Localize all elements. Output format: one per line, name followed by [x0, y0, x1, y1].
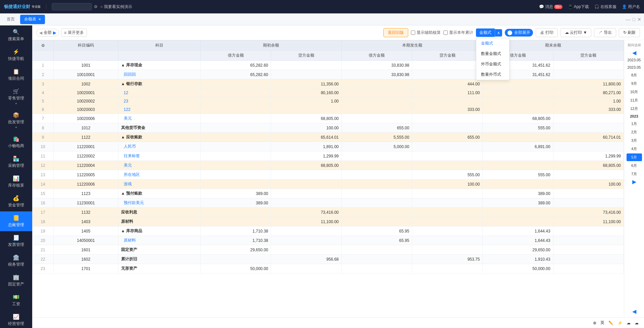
- sidebar-item-invoice[interactable]: 🧾 发票管理: [0, 231, 32, 251]
- cell-code: 10020001: [54, 89, 118, 97]
- expand-all-toggle[interactable]: 全部展开: [505, 29, 533, 37]
- sidebar-item-quicknav[interactable]: ⚡ 快捷导航: [0, 45, 32, 65]
- assist-checkbox-input[interactable]: [411, 30, 415, 35]
- message-btn[interactable]: 💬 消息 99+: [539, 4, 562, 10]
- sidebar-item-tax[interactable]: 🏛️ 税务管理: [0, 251, 32, 271]
- cell-ob-debit: [201, 208, 271, 217]
- sidebar-item-inventory[interactable]: 📊 库存核算: [0, 172, 32, 192]
- capital-icon: 💰: [13, 195, 19, 201]
- message-badge: 99+: [554, 5, 562, 9]
- show-annual-checkbox[interactable]: 显示本年累计: [443, 30, 473, 36]
- window-close-btn[interactable]: ✕: [637, 17, 641, 22]
- demo-link[interactable]: ○ 我要看实例演示: [100, 4, 132, 10]
- status-icon-2[interactable]: ✏️: [608, 321, 613, 325]
- window-maximize-btn[interactable]: □: [633, 17, 635, 22]
- col-settings[interactable]: ⚙: [33, 41, 54, 51]
- account-search-box[interactable]: ◀ 全部 ▶: [36, 29, 59, 37]
- expand-btn[interactable]: ≡ 展开更多: [61, 28, 87, 37]
- sidebar-item-purchase[interactable]: 🏪 采购管理: [0, 152, 32, 172]
- sidebar-item-salary[interactable]: 💵 工资: [0, 290, 32, 310]
- mode-arrow-icon: ∧: [497, 30, 500, 35]
- collapse-panel-btn[interactable]: ◀: [632, 309, 636, 314]
- period-2[interactable]: 2月: [627, 128, 642, 136]
- cell-eb-credit: [553, 189, 624, 198]
- tab-home[interactable]: 首页: [3, 15, 19, 24]
- sidebar-item-capital[interactable]: 💰 资金管理: [0, 192, 32, 211]
- sidebar-item-assets[interactable]: 🏢 固定资产: [0, 271, 32, 290]
- arrow-right-icon[interactable]: ▶: [53, 30, 56, 35]
- cell-no: 16: [33, 198, 54, 208]
- cell-ob-credit: [271, 170, 341, 180]
- period-4[interactable]: 4月: [627, 145, 642, 153]
- period-10[interactable]: 10月: [627, 88, 642, 96]
- period-nav-prev[interactable]: ◀: [632, 50, 636, 56]
- export-btn[interactable]: ↗ 导出: [594, 28, 616, 37]
- status-lang[interactable]: 英: [600, 320, 604, 326]
- mode-option-foreign-amount[interactable]: 外币金额式: [476, 59, 509, 69]
- period-8[interactable]: 8月: [627, 71, 642, 79]
- period-nav-next[interactable]: ▶: [632, 179, 636, 185]
- period-7[interactable]: 7月: [627, 170, 642, 178]
- mode-option-qty-foreign[interactable]: 数量外币式: [476, 69, 509, 80]
- sidebar-item-operations[interactable]: 📈 经营管理: [0, 310, 32, 328]
- top-search-input[interactable]: [52, 3, 92, 10]
- return-old-btn[interactable]: 退回旧版: [383, 28, 408, 37]
- sidebar-item-search[interactable]: 🔍 搜索菜单: [0, 25, 32, 45]
- settings-top-icon[interactable]: ⚙: [94, 4, 98, 9]
- quicknav-icon: ⚡: [13, 49, 19, 55]
- cell-cur-credit: [412, 123, 483, 133]
- period-2023-05-a[interactable]: 2023.05: [627, 57, 642, 63]
- period-2023-05-b[interactable]: 2023.05: [627, 64, 642, 71]
- sidebar-item-accounting[interactable]: 📒 总账管理: [0, 211, 32, 231]
- tab-balance[interactable]: 余额表 ✕: [20, 15, 45, 24]
- sidebar-item-retail[interactable]: 🛒 零售管理 ▼: [0, 85, 32, 109]
- col-name-header: 科目: [118, 41, 200, 51]
- show-assist-checkbox[interactable]: 显示辅助核算: [411, 30, 441, 36]
- cell-cur-credit: [412, 142, 483, 151]
- mode-arrow-btn[interactable]: ∧: [495, 29, 502, 37]
- sub-col-no: [33, 51, 54, 61]
- service-btn[interactable]: 🎧 在线客服: [594, 4, 616, 10]
- mode-dropdown-btn[interactable]: 金额式 ∧ 金额式 数量金额式 外币金额式: [476, 28, 502, 37]
- mode-option-qty-amount[interactable]: 数量金额式: [476, 49, 509, 59]
- cell-eb-debit: 1,910.43: [483, 255, 553, 264]
- period-3[interactable]: 3月: [627, 137, 642, 144]
- download-icon: 📱: [568, 4, 573, 9]
- cell-name: ▲ 银行存款: [118, 79, 200, 89]
- cell-code: 11220005: [54, 170, 118, 180]
- status-icon-4[interactable]: ☁: [627, 321, 631, 325]
- arrow-left-icon[interactable]: ◀: [39, 30, 42, 35]
- download-btn[interactable]: 📱 App下载: [568, 4, 589, 10]
- cell-no: 9: [33, 133, 54, 142]
- period-11[interactable]: 11月: [627, 96, 642, 104]
- status-icon-1[interactable]: ⊕: [593, 321, 596, 325]
- period-12[interactable]: 12月: [627, 105, 642, 113]
- print-btn[interactable]: 🖨 打印: [536, 28, 557, 37]
- mode-main-btn[interactable]: 金额式: [476, 28, 495, 37]
- cell-no: 20: [33, 236, 54, 245]
- period-9[interactable]: 9月: [627, 80, 642, 87]
- status-icon-3[interactable]: ⚡: [618, 321, 623, 325]
- period-6[interactable]: 6月: [627, 162, 642, 170]
- cell-ob-credit: 11,356.00: [271, 79, 341, 89]
- status-icon-5[interactable]: ☁: [635, 321, 639, 325]
- period-5[interactable]: 5月: [627, 153, 642, 161]
- sidebar-item-ecommerce[interactable]: 🛍️ 小畅电商: [0, 132, 32, 152]
- sidebar-item-project[interactable]: 📋 项目合同: [0, 65, 32, 85]
- window-minimize-btn[interactable]: —: [626, 17, 631, 22]
- sidebar-item-wholesale[interactable]: 📦 批发管理 ▼: [0, 109, 32, 132]
- service-icon: 🎧: [594, 4, 599, 9]
- table-settings-icon[interactable]: ⚙: [41, 43, 45, 48]
- cell-eb-debit: 555.00: [483, 123, 553, 133]
- tab-close-btn[interactable]: ✕: [38, 17, 41, 21]
- sidebar: 🔍 搜索菜单 ⚡ 快捷导航 📋 项目合同 🛒 零售管理 ▼ 📦 批发管理 ▼ 🛍…: [0, 25, 32, 328]
- refresh-btn[interactable]: ↻ 刷新: [619, 28, 640, 37]
- cloud-print-btn[interactable]: ☁ 云打印 ▼: [560, 28, 592, 37]
- cell-cur-debit: [341, 255, 412, 264]
- user-avatar[interactable]: 👤 用户名: [622, 4, 640, 10]
- period-1[interactable]: 1月: [627, 120, 642, 128]
- cell-ob-credit: 80,160.00: [271, 89, 341, 97]
- cell-no: 3: [33, 79, 54, 89]
- mode-option-amount[interactable]: 金额式: [476, 38, 509, 49]
- annual-checkbox-input[interactable]: [443, 30, 448, 35]
